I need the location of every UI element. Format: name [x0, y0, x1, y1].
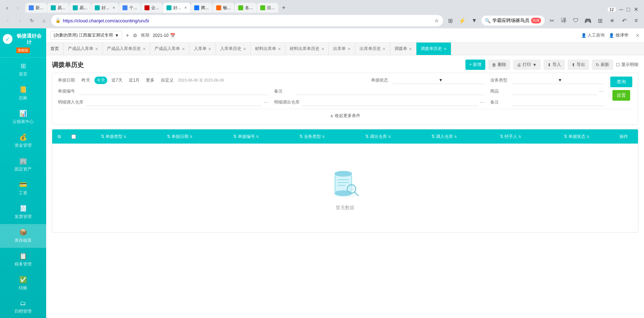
browser-tab-5[interactable]: 企...: [141, 3, 163, 13]
tab-close-3[interactable]: ×: [113, 5, 115, 10]
tab-4-close[interactable]: ×: [208, 46, 211, 52]
grid-btn[interactable]: ⊞: [595, 16, 605, 26]
setting-btn[interactable]: 设置: [612, 90, 630, 101]
close-page-btn[interactable]: ✕: [635, 33, 640, 38]
status-select[interactable]: ▼: [393, 77, 485, 84]
tab-2-close[interactable]: ×: [143, 46, 146, 52]
address-bar[interactable]: 🔒 https://cloud.chanjet.com/accounting/u…: [51, 15, 443, 26]
browser-tab-0[interactable]: 新...: [25, 3, 47, 13]
tab-9-close[interactable]: ×: [383, 46, 386, 52]
remark-input[interactable]: [296, 88, 485, 95]
lightning-btn[interactable]: ⚡: [457, 16, 467, 26]
forward-btn[interactable]: ›: [15, 16, 25, 26]
sidebar-item-funds[interactable]: 💰 资金管理: [0, 129, 46, 153]
page-tab-5[interactable]: 入库单历史 ×: [216, 43, 251, 55]
reload-btn[interactable]: ↻: [27, 16, 37, 26]
th-settings[interactable]: ⚙: [52, 134, 66, 139]
shield-btn[interactable]: 🛡: [571, 16, 581, 26]
sidebar-item-reports[interactable]: 📊 云报表中心: [0, 105, 46, 129]
extensions-btn[interactable]: ⊞: [445, 16, 455, 26]
page-tab-8[interactable]: 出库单 ×: [329, 43, 355, 55]
date-btn-today[interactable]: 今天: [94, 77, 107, 84]
sidebar-item-assets[interactable]: 🏢 固定资产: [0, 153, 46, 177]
goods-more-icon[interactable]: ···: [599, 88, 604, 95]
tab-1-close[interactable]: ×: [95, 46, 98, 52]
dropdown-btn[interactable]: ▼: [469, 16, 479, 26]
brightness-btn[interactable]: ☀: [607, 16, 617, 26]
page-tab-home[interactable]: 首页: [46, 43, 64, 55]
tab-11-close[interactable]: ×: [444, 46, 447, 52]
bookmark-icon[interactable]: ☆: [435, 18, 439, 23]
to-warehouse-input[interactable]: [302, 99, 478, 106]
goods-input[interactable]: [512, 88, 597, 95]
close-window-btn[interactable]: ✕: [634, 6, 638, 13]
maximize-btn[interactable]: □: [627, 6, 630, 13]
back-btn[interactable]: ‹: [3, 16, 13, 26]
new-tab-btn[interactable]: +: [279, 3, 289, 13]
nav-back[interactable]: ‹: [2, 3, 12, 13]
page-tab-2[interactable]: 产成品入库单历史 ×: [103, 43, 150, 55]
tab-3-close[interactable]: ×: [182, 46, 185, 52]
sidebar-item-closing[interactable]: ✅ 结账: [0, 272, 46, 295]
from-warehouse-input[interactable]: [86, 99, 262, 106]
tab-8-close[interactable]: ×: [348, 46, 350, 52]
collapse-btn[interactable]: ∧ 收起更多条件: [58, 111, 632, 121]
sidebar-item-archive[interactable]: 🗂 归档管理: [0, 295, 46, 318]
menu-btn[interactable]: ≡: [631, 16, 641, 26]
select-all-checkbox[interactable]: [71, 134, 76, 139]
service-btn[interactable]: 👤 人工咨询: [581, 32, 605, 38]
import-btn[interactable]: ⬇ 导入: [544, 60, 565, 70]
date-btn-1month[interactable]: 近1月: [127, 77, 142, 84]
tab-10-close[interactable]: ×: [409, 46, 412, 52]
th-handler[interactable]: ⇅ 经手人 ⇅: [477, 134, 544, 140]
nav-forward[interactable]: ›: [13, 3, 23, 13]
scissors-btn[interactable]: ✂: [547, 16, 557, 26]
sidebar-item-ledger[interactable]: 📒 总账: [0, 82, 46, 105]
search-bar[interactable]: 🔍 学霸应聘场驱鸟员 热搜: [481, 16, 545, 26]
tab-close-6[interactable]: ×: [184, 5, 187, 10]
date-btn-7days[interactable]: 近7天: [109, 77, 125, 84]
th-doc-status[interactable]: ⇅ 单据状态 ⇅: [544, 134, 610, 140]
to-warehouse-more[interactable]: ···: [480, 99, 485, 106]
sidebar-item-payroll[interactable]: 💳 工资: [0, 177, 46, 200]
page-tab-9[interactable]: 出库单历史 ×: [355, 43, 390, 55]
browser-tab-4[interactable]: 个...: [119, 3, 141, 13]
browser-tab-8[interactable]: 畅...: [213, 3, 234, 13]
page-tab-11[interactable]: 调拨单历史 ×: [416, 43, 451, 55]
th-checkbox[interactable]: [66, 134, 81, 139]
sidebar-item-home[interactable]: ⊞ 首页: [0, 58, 46, 82]
minimize-btn[interactable]: ─: [619, 6, 623, 13]
sidebar-item-inventory[interactable]: 📦 库存核算: [0, 224, 46, 248]
browser-tab-1[interactable]: 易...: [47, 3, 69, 13]
browser-tab-6[interactable]: 好... ×: [163, 3, 190, 13]
home-btn[interactable]: ⌂: [39, 16, 49, 26]
export-btn[interactable]: ⬆ 导出: [568, 60, 589, 70]
company-selector[interactable]: (勿删勿禁用) 江西服宝测试专用 ▼: [50, 31, 122, 40]
th-out-warehouse[interactable]: ⇅ 调出仓库 ⇅: [345, 134, 411, 140]
delete-btn[interactable]: 🗑 删除: [488, 60, 510, 70]
page-tab-6[interactable]: 材料出库单 ×: [251, 43, 285, 55]
refresh-btn[interactable]: ↻ 刷新: [592, 60, 613, 70]
game-btn[interactable]: 🎮: [583, 16, 593, 26]
browser-tab-9[interactable]: 各...: [235, 3, 256, 13]
company-settings-icon[interactable]: ⚙: [133, 33, 137, 38]
show-cols-checkbox[interactable]: ☐: [616, 62, 620, 67]
sidebar-item-invoice[interactable]: 🧾 发票管理: [0, 200, 46, 224]
browser-tab-2[interactable]: 易...: [69, 3, 91, 13]
new-btn[interactable]: + 新增: [465, 60, 485, 70]
print-btn[interactable]: 🖨 打印 ▼: [513, 60, 541, 70]
query-btn[interactable]: 查询: [610, 77, 632, 87]
browser-tab-3[interactable]: 好... ×: [91, 3, 119, 13]
sidebar-item-tax[interactable]: 📋 税务管理: [0, 248, 46, 272]
from-warehouse-more[interactable]: ···: [264, 99, 268, 106]
history-btn[interactable]: ↶: [619, 16, 629, 26]
date-btn-yesterday[interactable]: 昨天: [80, 77, 92, 84]
tab-7-close[interactable]: ×: [321, 46, 324, 52]
show-cols-btn[interactable]: ☐ 显示明细: [616, 62, 638, 68]
th-doc-no[interactable]: ⇅ 单据编号 ⇅: [213, 134, 279, 140]
page-tab-7[interactable]: 材料出库单历史 ×: [285, 43, 329, 55]
th-biz-type[interactable]: ⇅ 业务类型 ⇅: [279, 134, 345, 140]
add-company-btn[interactable]: +: [126, 32, 129, 39]
page-tab-1[interactable]: 产成品入库单 ×: [64, 43, 103, 55]
page-tab-10[interactable]: 调拨单 ×: [390, 43, 416, 55]
